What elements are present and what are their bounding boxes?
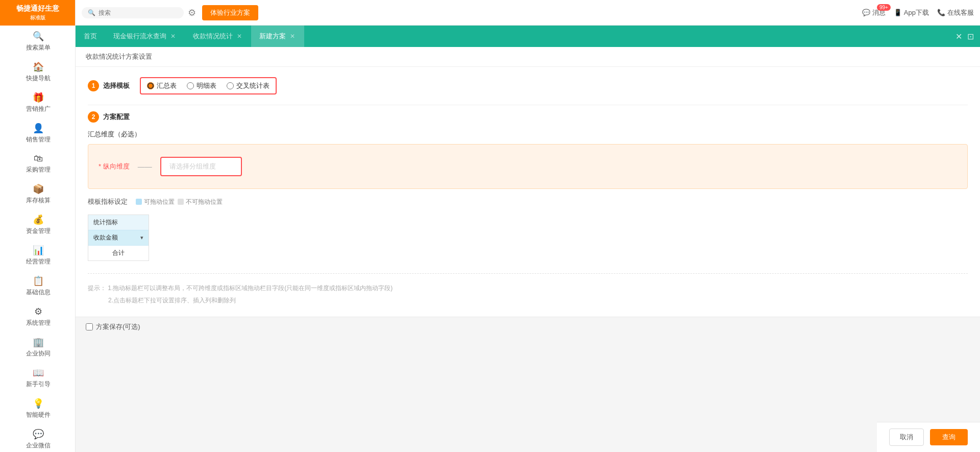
sidebar-item-purchase[interactable]: 🛍 采购管理 — [0, 148, 75, 178]
app-download-item[interactable]: 📱 App下载 — [894, 8, 929, 17]
indicator-settings: 模板指标设定 可拖动位置 不可拖动位置 — [88, 197, 968, 261]
amount-column-header[interactable]: 收款金额 ▾ — [88, 230, 149, 246]
sidebar-item-sales[interactable]: 👤 销售管理 — [0, 117, 75, 148]
sidebar-item-label: 企业微信 — [26, 441, 51, 450]
sidebar-item-guide[interactable]: 📖 新手引导 — [0, 362, 75, 393]
sidebar-item-label: 资金管理 — [26, 227, 51, 235]
query-button[interactable]: 查询 — [930, 429, 968, 445]
page-title-text: 收款情况统计方案设置 — [86, 53, 152, 60]
sidebar-item-enterprise[interactable]: 🏢 企业协同 — [0, 331, 75, 362]
tab-receipt-stats[interactable]: 收款情况统计 ✕ — [185, 26, 251, 47]
amount-header-text: 收款金额 — [93, 233, 118, 242]
step1-badge: 1 — [88, 80, 99, 91]
page-title: 收款情况统计方案设置 — [76, 47, 980, 67]
sidebar-item-label: 经营管理 — [26, 257, 51, 266]
radio-summary-input[interactable] — [147, 82, 154, 89]
sidebar-item-label: 快捷导航 — [26, 74, 51, 83]
radio-cross-label: 交叉统计表 — [236, 81, 270, 90]
fixed-dot — [178, 199, 184, 205]
step2-badge: 2 — [88, 111, 99, 123]
main-area: 🔍 ⚙ 体验行业方案 💬 消息 99+ 📱 App下载 📞 在线客服 首页 — [76, 0, 980, 452]
search-menu-icon: 🔍 — [33, 31, 44, 42]
dimension-area: * 纵向维度 —— 请选择分组维度 — [88, 144, 968, 189]
tip-line2: 2.点击标题栏下拉可设置排序、插入列和删除列 — [88, 294, 968, 306]
sidebar-item-wechat[interactable]: 💬 企业微信 — [0, 423, 75, 452]
sidebar-item-search-menu[interactable]: 🔍 搜索菜单 — [0, 26, 75, 56]
dimension-select[interactable]: 请选择分组维度 — [160, 157, 242, 176]
summary-dimension-title: 汇总维度（必选） — [88, 130, 968, 139]
sidebar-item-quick-nav[interactable]: 🏠 快捷导航 — [0, 56, 75, 87]
money-icon: 💰 — [33, 214, 44, 225]
tab-receipt-stats-close[interactable]: ✕ — [236, 32, 243, 41]
sidebar-item-hardware[interactable]: 💡 智能硬件 — [0, 393, 75, 423]
tab-bank-flow[interactable]: 现金银行流水查询 ✕ — [105, 26, 185, 47]
tab-bank-flow-close[interactable]: ✕ — [169, 32, 177, 41]
sidebar-nav: 🔍 搜索菜单 🏠 快捷导航 🎁 营销推广 👤 销售管理 🛍 采购管理 📦 库存核… — [0, 26, 75, 452]
book-icon: 📖 — [33, 367, 44, 378]
total-label: 合计 — [112, 249, 125, 256]
support-label: 在线客服 — [947, 8, 974, 17]
bulb-icon: 💡 — [33, 398, 44, 409]
dropdown-arrow-icon[interactable]: ▾ — [140, 234, 143, 241]
template-selection-box: 汇总表 明细表 交叉统计表 — [140, 77, 277, 94]
footer-buttons: 取消 查询 — [877, 422, 980, 452]
tab-new-plan[interactable]: 新建方案 ✕ — [251, 26, 304, 47]
sidebar-item-system[interactable]: ⚙ 系统管理 — [0, 301, 75, 331]
save-checkbox-area: 方案保存(可选) — [86, 322, 140, 331]
stats-section-title: 统计指标 — [93, 218, 118, 227]
summary-dimension-title-text: 汇总维度（必选） — [88, 130, 141, 138]
sidebar-item-label: 系统管理 — [26, 319, 51, 327]
sidebar-item-inventory[interactable]: 📦 库存核算 — [0, 178, 75, 209]
tabbar-actions: ✕ ⊡ — [949, 26, 980, 47]
bag-icon: 🛍 — [34, 153, 43, 164]
tab-new-plan-label: 新建方案 — [259, 32, 286, 41]
notifications-item[interactable]: 💬 消息 99+ — [862, 8, 886, 17]
sidebar-item-marketing[interactable]: 🎁 营销推广 — [0, 87, 75, 117]
radio-cross-input[interactable] — [227, 82, 234, 89]
fixed-label: 不可拖动位置 — [186, 198, 223, 206]
tab-home-label: 首页 — [84, 32, 97, 41]
support-item[interactable]: 📞 在线客服 — [937, 8, 974, 17]
user-icon: 👤 — [33, 123, 44, 134]
step2-label: 方案配置 — [103, 112, 130, 122]
radio-summary[interactable]: 汇总表 — [147, 81, 177, 90]
amount-total-cell: 合计 — [88, 246, 149, 260]
content-area: 收款情况统计方案设置 1 选择模板 汇总表 明细表 — [76, 47, 980, 452]
save-plan-label: 方案保存(可选) — [96, 322, 140, 331]
sidebar-item-finance[interactable]: 💰 资金管理 — [0, 209, 75, 240]
tab-maximize-icon[interactable]: ⊡ — [967, 32, 974, 41]
sidebar-item-label: 企业协同 — [26, 349, 51, 358]
notification-icon: 💬 — [862, 9, 870, 16]
tip-line1: 提示： 1.拖动标题栏可以调整布局，不可跨维度或指标区域拖动栏目字段(只能在同一… — [88, 282, 968, 294]
indicator-title-text: 模板指标设定 — [88, 197, 128, 206]
indicator-legend: 可拖动位置 不可拖动位置 — [136, 198, 223, 206]
radio-detail[interactable]: 明细表 — [187, 81, 216, 90]
dimension-placeholder: 请选择分组维度 — [169, 162, 216, 170]
step1-label: 选择模板 — [103, 81, 130, 90]
sidebar-logo: 畅捷通好生意 标准版 — [0, 0, 75, 26]
save-plan-checkbox[interactable] — [86, 323, 93, 330]
vertical-dimension-label: * 纵向维度 — [99, 162, 130, 171]
sidebar-item-operations[interactable]: 📊 经营管理 — [0, 240, 75, 270]
tab-new-plan-close[interactable]: ✕ — [289, 32, 296, 41]
sidebar-item-label: 销售管理 — [26, 135, 51, 144]
dimension-arrow: —— — [138, 162, 152, 171]
trial-button[interactable]: 体验行业方案 — [202, 5, 258, 20]
cancel-button[interactable]: 取消 — [889, 429, 924, 446]
tab-close-all-icon[interactable]: ✕ — [955, 32, 962, 41]
topbar-right: 💬 消息 99+ 📱 App下载 📞 在线客服 — [862, 8, 974, 17]
gift-icon: 🎁 — [33, 92, 44, 103]
settings-icon[interactable]: ⚙ — [188, 7, 196, 18]
radio-detail-input[interactable] — [187, 82, 194, 89]
tabbar: 首页 现金银行流水查询 ✕ 收款情况统计 ✕ 新建方案 ✕ ✕ ⊡ — [76, 26, 980, 47]
radio-summary-label: 汇总表 — [157, 81, 177, 90]
form-container: 1 选择模板 汇总表 明细表 交叉统计表 — [76, 67, 980, 317]
stats-table-header: 统计指标 — [88, 215, 149, 230]
radio-detail-label: 明细表 — [197, 81, 216, 90]
sidebar-item-label: 基础信息 — [26, 288, 51, 297]
tab-home[interactable]: 首页 — [76, 26, 105, 47]
sidebar-item-basic-info[interactable]: 📋 基础信息 — [0, 270, 75, 301]
search-input[interactable] — [99, 9, 175, 16]
radio-cross[interactable]: 交叉统计表 — [227, 81, 270, 90]
divider-1 — [88, 105, 968, 105]
